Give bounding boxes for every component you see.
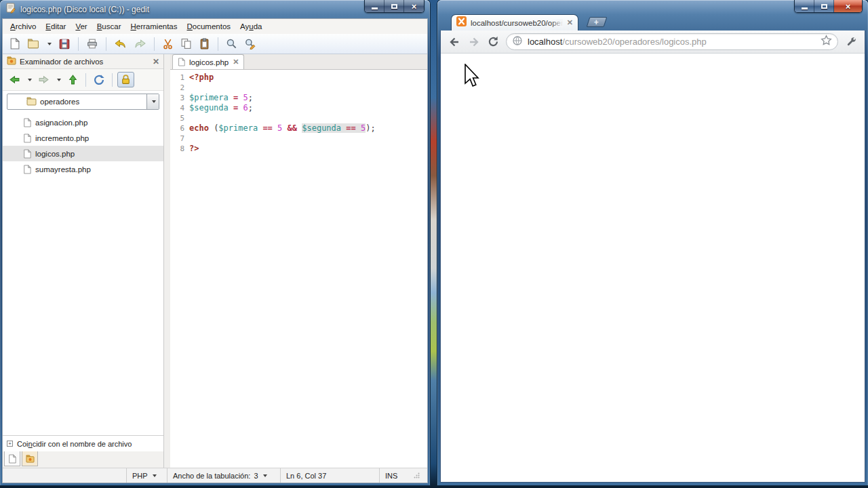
menu-archivo[interactable]: Archivo: [5, 20, 41, 33]
undo-button[interactable]: [112, 37, 129, 51]
nav-forward-button[interactable]: [36, 73, 52, 87]
file-row[interactable]: logicos.php: [3, 146, 163, 161]
code-token: [282, 123, 287, 133]
line-number: 8: [174, 144, 184, 154]
tab-file-browser[interactable]: [22, 451, 38, 466]
file-browser-title: Examinador de archivos: [20, 58, 149, 66]
menu-buscar[interactable]: Buscar: [92, 20, 126, 33]
toolbar-separator: [106, 37, 106, 51]
mouse-cursor: [464, 64, 480, 92]
menu-editar[interactable]: Editar: [41, 20, 71, 33]
wrench-icon: [844, 35, 858, 49]
cut-icon: [162, 38, 174, 49]
expander-icon: +: [7, 441, 13, 447]
location-combobox[interactable]: operadores: [7, 94, 159, 110]
forward-arrow-icon: [467, 35, 481, 49]
code-editor[interactable]: 1<?php23$primera = 5;4$segunda = 6;56ech…: [170, 70, 427, 468]
file-row[interactable]: sumayresta.php: [3, 161, 163, 177]
nav-up-icon: [67, 74, 79, 85]
code-token: 5: [243, 93, 248, 102]
pane-close-button[interactable]: ✕: [153, 57, 159, 66]
code-line: 5: [174, 113, 427, 123]
tab-documents[interactable]: [4, 451, 20, 466]
save-button[interactable]: [56, 37, 73, 52]
input-mode-label: INS: [385, 472, 397, 480]
settings-button[interactable]: [844, 35, 858, 49]
match-filename-row[interactable]: + Coincidir con el nombre de archivo: [3, 435, 163, 451]
code-token: [229, 93, 233, 102]
search-button[interactable]: [224, 37, 239, 51]
cut-button[interactable]: [160, 37, 176, 51]
nav-back-button[interactable]: [7, 73, 22, 87]
code-token: $primera: [218, 123, 258, 133]
refresh-button[interactable]: [91, 73, 107, 87]
file-row[interactable]: asignacion.php: [3, 115, 163, 130]
code-token: [229, 103, 233, 113]
copy-icon: [180, 38, 192, 49]
close-button[interactable]: ×: [834, 0, 862, 12]
open-button[interactable]: [25, 37, 41, 51]
folder-icon: [26, 97, 37, 107]
browser-viewport[interactable]: [441, 54, 865, 482]
toolbar-separator: [112, 73, 113, 87]
maximize-button[interactable]: [814, 0, 834, 12]
search-replace-button[interactable]: [242, 37, 258, 51]
search-icon: [226, 38, 237, 49]
nav-forward-menu-caret[interactable]: [54, 77, 63, 83]
tab-close-button[interactable]: ✕: [233, 58, 239, 66]
code-token: [273, 123, 277, 133]
browser-tab[interactable]: localhost/cursoweb20/oper ✕: [451, 14, 578, 30]
menu-ver[interactable]: Ver: [71, 20, 92, 33]
code-token: ==: [346, 123, 355, 133]
tab-width-selector[interactable]: Ancho de la tabulación: 3: [167, 468, 280, 483]
print-button[interactable]: [84, 37, 100, 51]
paste-button[interactable]: [197, 37, 212, 51]
code-token: <?php: [189, 73, 214, 82]
tab-close-button[interactable]: ✕: [567, 18, 573, 27]
address-bar[interactable]: localhost/cursoweb20/operadores/logicos.…: [506, 33, 838, 50]
location-label: operadores: [40, 98, 79, 106]
location-dropdown-button[interactable]: [146, 94, 159, 109]
editor-area: logicos.php ✕ 1<?php23$primera = 5;4$seg…: [170, 54, 427, 468]
language-selector[interactable]: PHP: [126, 468, 167, 483]
resize-grip[interactable]: [412, 470, 422, 481]
menu-herramientas[interactable]: Herramientas: [125, 20, 182, 33]
gedit-statusbar: PHP Ancho de la tabulación: 3 Ln 6, Col …: [3, 468, 427, 483]
reload-button[interactable]: [487, 35, 500, 48]
code-token: ==: [262, 123, 272, 133]
chrome-toolbar: localhost/cursoweb20/operadores/logicos.…: [441, 30, 865, 54]
gedit-window-controls: ×: [364, 0, 425, 13]
back-button[interactable]: [448, 35, 461, 49]
refresh-icon: [93, 74, 105, 86]
redo-button[interactable]: [132, 37, 149, 51]
document-tab[interactable]: logicos.php ✕: [172, 54, 244, 69]
bookmarks-lock-button[interactable]: [117, 72, 134, 87]
maximize-icon: [821, 4, 827, 9]
menu-ayuda[interactable]: Ayuda: [235, 20, 267, 33]
minimize-button[interactable]: [795, 0, 814, 12]
language-label: PHP: [132, 472, 148, 480]
menu-documentos[interactable]: Documentos: [182, 20, 236, 33]
statusbar-filler: [3, 468, 126, 483]
nav-back-icon: [9, 74, 20, 85]
close-button[interactable]: ×: [404, 0, 424, 12]
code-line: 7: [174, 134, 427, 144]
minimize-button[interactable]: [365, 0, 384, 12]
forward-button[interactable]: [467, 35, 481, 49]
nav-back-menu-caret[interactable]: [24, 77, 34, 83]
back-arrow-icon: [448, 35, 461, 49]
file-row[interactable]: incremento.php: [3, 130, 163, 146]
globe-icon: [512, 35, 523, 49]
url-text: localhost/cursoweb20/operadores/logicos.…: [528, 37, 816, 47]
copy-button[interactable]: [178, 37, 194, 51]
nav-up-button[interactable]: [65, 73, 81, 87]
maximize-button[interactable]: [384, 0, 404, 12]
close-icon: ×: [846, 2, 851, 11]
open-menu-caret[interactable]: [44, 41, 54, 47]
pane-splitter[interactable]: [164, 54, 170, 468]
new-tab-button[interactable]: +: [587, 17, 608, 27]
bookmark-star-button[interactable]: [821, 35, 832, 49]
code-line: 3$primera = 5;: [174, 93, 427, 103]
new-document-button[interactable]: [7, 37, 22, 51]
side-pane-tabs: [3, 451, 163, 468]
